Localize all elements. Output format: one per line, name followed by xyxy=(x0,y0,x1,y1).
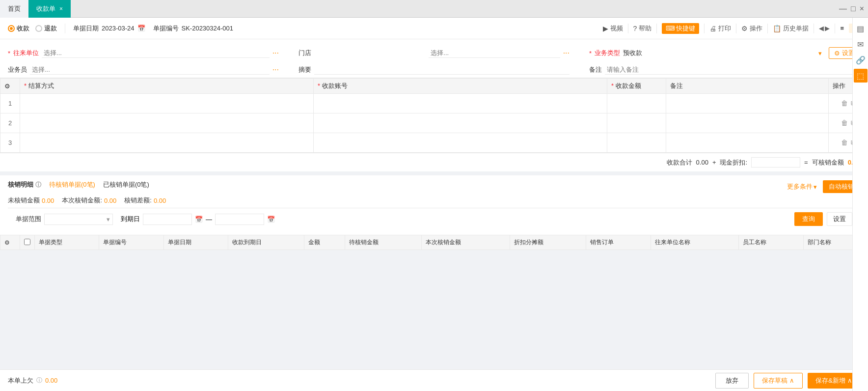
uncancelled-value: 0.00 xyxy=(42,197,54,204)
range-field: 单据范围 xyxy=(16,214,113,225)
save-new-label: 保存&新增 xyxy=(815,376,845,385)
row-1-amount[interactable] xyxy=(607,94,666,113)
shop-more-icon[interactable]: ··· xyxy=(563,49,570,57)
row-1-account[interactable] xyxy=(314,94,607,113)
view-list-icon[interactable]: ≡ xyxy=(840,25,844,32)
range-select[interactable] xyxy=(44,214,113,225)
range-select-wrap xyxy=(44,214,113,225)
row-2-account[interactable] xyxy=(314,113,607,133)
business-type-dropdown-icon[interactable]: ▾ xyxy=(818,50,822,57)
row-3-remark[interactable] xyxy=(666,133,829,153)
stat-uncancelled: 未核销金额 0.00 xyxy=(8,196,54,205)
date-from-calendar-icon[interactable]: 📅 xyxy=(195,216,203,223)
shop-input[interactable] xyxy=(429,48,560,58)
window-close-icon[interactable]: × xyxy=(860,4,864,13)
toolbar-right: ▶ 视频 ? 帮助 ⌨ 快捷键 🖨 打印 ⚙ 操作 📋 历史单据 ◀ xyxy=(603,23,860,34)
date-calendar-icon[interactable]: 📅 xyxy=(137,25,145,32)
window-min-icon[interactable]: — xyxy=(839,4,847,13)
table-row: 3 🗑 ⧉ xyxy=(0,133,868,153)
row-3-delete-icon[interactable]: 🗑 xyxy=(841,139,848,147)
footer-info-icon[interactable]: ⓘ xyxy=(36,376,42,385)
discount-input[interactable] xyxy=(751,157,800,168)
radio-refund-label: 退款 xyxy=(44,24,57,33)
draft-button[interactable]: 保存草稿 ∧ xyxy=(754,373,803,389)
shortcut-button[interactable]: ⌨ 快捷键 xyxy=(662,23,699,34)
business-type-label: 业务类型 xyxy=(595,49,620,57)
settings-icon: ⚙ xyxy=(834,50,840,57)
history-button[interactable]: 📋 历史单据 xyxy=(773,24,809,33)
right-sidebar: ▤ ✉ 🔗 ⬚ xyxy=(852,18,868,391)
detail-th-due: 收款到期日 xyxy=(228,235,304,250)
radio-refund[interactable]: 退款 xyxy=(35,24,57,33)
divider-7 xyxy=(814,24,814,33)
shortcut-icon: ⌨ xyxy=(666,25,675,32)
radio-group: 收款 退款 xyxy=(8,24,57,33)
staff-label: 业务员 xyxy=(8,65,27,74)
filter-setting-button[interactable]: 设置 xyxy=(827,212,852,226)
business-type-required-star: * xyxy=(589,50,592,57)
date-to-calendar-icon[interactable]: 📅 xyxy=(267,216,275,223)
row-3-account[interactable] xyxy=(314,133,607,153)
operate-button[interactable]: ⚙ 操作 xyxy=(741,24,762,33)
sidebar-link-icon[interactable]: 🔗 xyxy=(854,53,868,67)
verify-stats: 未核销金额 0.00 本次核销金额: 0.00 核销差额: 0.00 xyxy=(8,193,787,208)
summary-field: 摘要 xyxy=(298,65,570,75)
verify-info-icon[interactable]: ⓘ xyxy=(35,181,41,189)
staff-input[interactable] xyxy=(30,65,270,75)
due-label: 到期日 xyxy=(121,215,140,223)
detail-th-date: 单据日期 xyxy=(163,235,228,250)
window-max-icon[interactable]: □ xyxy=(851,4,856,13)
partner-input[interactable] xyxy=(42,48,270,58)
abandon-button[interactable]: 放弃 xyxy=(715,373,749,389)
verify-tab-pending[interactable]: 待核销单据(0笔) xyxy=(49,180,95,189)
date-range-separator: — xyxy=(206,216,212,223)
sidebar-table-icon[interactable]: ▤ xyxy=(854,22,868,35)
filter-row: 单据范围 到期日 2022-04-01 📅 — 2022-04-12 📅 查询 … xyxy=(8,208,860,230)
row-1-remark[interactable] xyxy=(666,94,829,113)
sidebar-expand-icon[interactable]: ⬚ xyxy=(854,69,868,83)
data-table-wrap: ⚙ * 结算方式 * 收款账号 * 收款金额 备注 操作 1 xyxy=(0,78,868,153)
history-label: 历史单据 xyxy=(783,24,809,33)
staff-more-icon[interactable]: ··· xyxy=(272,65,279,74)
tab-close-icon[interactable]: × xyxy=(59,0,63,18)
row-2-remark[interactable] xyxy=(666,113,829,133)
th-settlement: * 结算方式 xyxy=(20,79,314,94)
row-1-delete-icon[interactable]: 🗑 xyxy=(841,99,848,108)
divider-5 xyxy=(736,24,736,33)
help-button[interactable]: ? 帮助 xyxy=(633,24,652,33)
row-3-settlement[interactable] xyxy=(20,133,314,153)
nav-next-icon[interactable]: ▶ xyxy=(825,25,830,32)
date-range: 到期日 2022-04-01 📅 — 2022-04-12 📅 xyxy=(121,214,275,225)
detail-select-all[interactable] xyxy=(24,239,30,245)
detail-th-order: 销售订单 xyxy=(586,235,651,250)
date-from-input[interactable]: 2022-04-01 xyxy=(143,214,192,225)
tab-active[interactable]: 收款单 × xyxy=(28,0,71,18)
tab-home[interactable]: 首页 xyxy=(0,0,28,18)
nav-prev-icon[interactable]: ◀ xyxy=(819,25,824,32)
shop-field: 门店 ··· xyxy=(298,48,570,58)
radio-receipt[interactable]: 收款 xyxy=(8,24,29,33)
save-new-arrow-icon: ∧ xyxy=(847,377,852,384)
row-1-settlement[interactable] xyxy=(20,94,314,113)
remark-input[interactable] xyxy=(605,65,860,75)
verify-tab-done[interactable]: 已核销单据(0笔) xyxy=(103,180,149,189)
row-2-settlement[interactable] xyxy=(20,113,314,133)
business-type-field: * 业务类型 预收款 ▾ ⚙ 设置 xyxy=(589,47,860,59)
th-gear[interactable]: ⚙ xyxy=(0,79,20,94)
row-2-amount[interactable] xyxy=(607,113,666,133)
video-button[interactable]: ▶ 视频 xyxy=(603,24,623,33)
detail-th-gear[interactable]: ⚙ xyxy=(0,235,20,250)
date-to-input[interactable]: 2022-04-12 xyxy=(215,214,264,225)
row-2-delete-icon[interactable]: 🗑 xyxy=(841,119,848,127)
row-3-amount[interactable] xyxy=(607,133,666,153)
summary-input[interactable] xyxy=(314,65,570,75)
radio-receipt-circle xyxy=(8,25,15,32)
print-button[interactable]: 🖨 打印 xyxy=(709,24,731,33)
detail-th-pending: 待核销金额 xyxy=(345,235,422,250)
partner-more-icon[interactable]: ··· xyxy=(272,49,279,57)
operate-label: 操作 xyxy=(750,24,762,33)
verify-right: 更多条件 ▾ 自动核销 xyxy=(787,180,860,199)
more-conditions-link[interactable]: 更多条件 ▾ xyxy=(787,182,817,191)
query-button[interactable]: 查询 xyxy=(794,212,823,226)
sidebar-mail-icon[interactable]: ✉ xyxy=(854,37,868,51)
